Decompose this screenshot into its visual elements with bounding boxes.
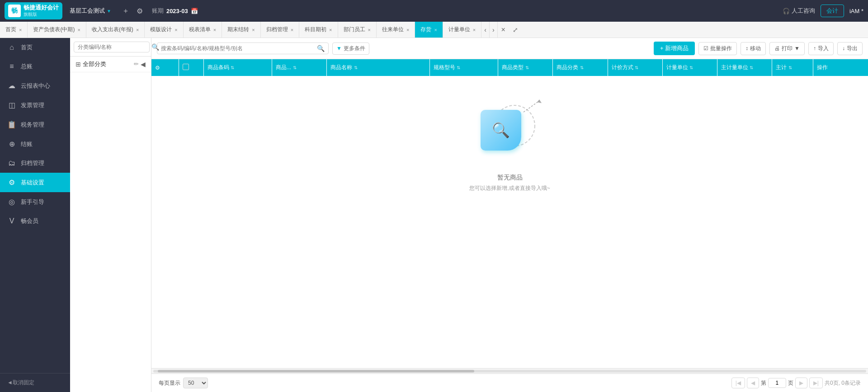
tab-income-close[interactable]: × xyxy=(136,27,139,33)
sidebar-item-ledger[interactable]: ≡ 总账 xyxy=(0,57,70,76)
per-page-select[interactable]: 10 20 50 100 xyxy=(183,378,208,388)
add-tab-btn[interactable]: ＋ xyxy=(120,5,131,18)
tab-next-btn[interactable]: › xyxy=(490,22,498,38)
add-product-btn[interactable]: + 新增商品 xyxy=(654,42,695,55)
export-btn[interactable]: ↓ 导出 xyxy=(837,42,863,55)
scroll-track[interactable] xyxy=(153,370,866,373)
scroll-bar-area[interactable] xyxy=(151,368,868,373)
sort-type-icon[interactable]: ⇅ xyxy=(525,65,529,70)
settings-btn[interactable]: ⚙ xyxy=(135,5,145,17)
tab-period-end[interactable]: 期末结转 × xyxy=(222,22,260,38)
sidebar-item-member[interactable]: V 畅会员 xyxy=(0,212,70,231)
company-selector[interactable]: 基层工会测试 ▼ xyxy=(66,5,115,17)
tab-income[interactable]: 收入支出表(年报) × xyxy=(86,22,145,38)
col-price-method-header[interactable]: 计价方式 ⇅ xyxy=(608,59,662,76)
tab-home[interactable]: 首页 × xyxy=(0,22,28,38)
last-page-btn[interactable]: ▶| xyxy=(809,378,823,388)
sidebar-pin-btn[interactable]: ◄取消固定 xyxy=(0,373,70,392)
sidebar-item-basic[interactable]: ⚙ 基础设置 xyxy=(0,173,70,192)
tab-template[interactable]: 模版设计 × xyxy=(145,22,183,38)
tab-inventory-close[interactable]: × xyxy=(434,27,437,33)
tab-home-close[interactable]: × xyxy=(19,27,22,33)
category-edit-btn[interactable]: ✏ xyxy=(134,61,139,68)
batch-btn[interactable]: ☑ 批量操作 xyxy=(698,42,737,55)
sort-extra-icon[interactable]: ⇅ xyxy=(788,65,792,70)
col-main-unit-header[interactable]: 主计量单位 ⇅ xyxy=(717,59,772,76)
sidebar-item-home[interactable]: ⌂ 首页 xyxy=(0,38,70,57)
tab-archive-close[interactable]: × xyxy=(291,27,293,33)
tab-partner-close[interactable]: × xyxy=(406,27,409,33)
tab-tax-close[interactable]: × xyxy=(213,27,216,33)
tab-inventory[interactable]: 存货 × xyxy=(415,22,443,38)
tab-unit[interactable]: 计量单位 × xyxy=(443,22,481,38)
page-input[interactable] xyxy=(768,378,786,388)
select-all-checkbox[interactable] xyxy=(183,64,189,70)
tab-period-end-close[interactable]: × xyxy=(252,27,255,33)
sidebar-item-newbie[interactable]: ◎ 新手引导 xyxy=(0,192,70,212)
tab-tax[interactable]: 税表清单 × xyxy=(184,22,222,38)
sidebar-item-archive[interactable]: 🗂 归档管理 xyxy=(0,154,70,173)
tab-subject[interactable]: 科目期初 × xyxy=(299,22,338,38)
first-page-btn[interactable]: |◀ xyxy=(731,378,745,388)
sort-price-method-icon[interactable]: ⇅ xyxy=(635,65,638,70)
col-extra-header[interactable]: 主计 ⇅ xyxy=(772,59,813,76)
col-type-label: 商品类型 xyxy=(502,64,524,71)
col-spec-header[interactable]: 规格型号 ⇅ xyxy=(429,59,498,76)
sidebar-item-reports[interactable]: ☁ 云报表中心 xyxy=(0,76,70,95)
sort-category-icon[interactable]: ⇅ xyxy=(580,65,584,70)
sidebar-item-invoice[interactable]: ◫ 发票管理 xyxy=(0,95,70,115)
tab-template-close[interactable]: × xyxy=(175,27,177,33)
archive-icon: 🗂 xyxy=(7,159,16,167)
col-name-header[interactable]: 商品名称 ⇅ xyxy=(327,59,429,76)
period-value[interactable]: 2023-03 xyxy=(166,8,188,14)
sidebar-item-tax[interactable]: 📋 税务管理 xyxy=(0,115,70,134)
tab-subject-close[interactable]: × xyxy=(329,27,332,33)
tab-prev-btn[interactable]: ‹ xyxy=(481,22,490,38)
sort-spec-icon[interactable]: ⇅ xyxy=(457,65,460,70)
table-search-input[interactable] xyxy=(161,45,315,52)
calendar-icon[interactable]: 📅 xyxy=(191,8,198,14)
account-btn[interactable]: 会计 xyxy=(821,5,844,17)
move-btn[interactable]: ↕ 移动 xyxy=(741,42,766,55)
tab-archive[interactable]: 归档管理 × xyxy=(261,22,299,38)
scroll-thumb[interactable] xyxy=(158,370,474,373)
prev-page-btn[interactable]: ◀ xyxy=(747,378,759,388)
col-price-method-label: 计价方式 xyxy=(612,64,633,71)
category-search-input[interactable] xyxy=(74,42,150,52)
col-code-header[interactable]: 商品... ⇅ xyxy=(272,59,327,76)
tab-archive-label: 归档管理 xyxy=(266,26,288,33)
tab-unit-close[interactable]: × xyxy=(473,27,476,33)
col-category-header[interactable]: 商品分类 ⇅ xyxy=(553,59,608,76)
tab-inventory-label: 存货 xyxy=(420,26,431,33)
headphone-icon: 🎧 xyxy=(783,8,790,14)
col-check[interactable] xyxy=(179,59,204,76)
print-btn[interactable]: 🖨 打印 ▼ xyxy=(769,42,805,55)
sidebar-item-settlement[interactable]: ⊕ 结账 xyxy=(0,134,70,154)
import-btn[interactable]: ↑ 导入 xyxy=(808,42,834,55)
sort-name-icon[interactable]: ⇅ xyxy=(354,65,358,70)
sort-code-icon[interactable]: ⇅ xyxy=(293,65,297,70)
category-collapse-btn[interactable]: ◀ xyxy=(141,61,146,68)
sort-barcode-icon[interactable]: ⇅ xyxy=(231,65,234,70)
support-btn[interactable]: 🎧 人工咨询 xyxy=(783,7,815,15)
tab-dept-close[interactable]: × xyxy=(368,27,371,33)
tab-balance-close[interactable]: × xyxy=(77,27,80,33)
filter-more-btn[interactable]: ▼ 更多条件 xyxy=(332,43,369,55)
tab-balance[interactable]: 资产负债表(中期) × xyxy=(28,22,86,38)
tab-close-all-btn[interactable]: × xyxy=(498,22,509,38)
col-unit-header[interactable]: 计量单位 ⇅ xyxy=(662,59,717,76)
col-type-header[interactable]: 商品类型 ⇅ xyxy=(498,59,553,76)
product-table: ⚙ 商品条码 ⇅ 商品... xyxy=(151,59,868,76)
tab-partner[interactable]: 往来单位 × xyxy=(377,22,415,38)
tab-expand-btn[interactable]: ⤢ xyxy=(509,22,522,38)
home-icon: ⌂ xyxy=(7,43,16,52)
col-barcode-header[interactable]: 商品条码 ⇅ xyxy=(203,59,272,76)
table-search-icon[interactable]: 🔍 xyxy=(317,45,325,52)
col-settings[interactable]: ⚙ xyxy=(151,59,179,76)
next-page-btn[interactable]: ▶ xyxy=(795,378,807,388)
col-unit-label: 计量单位 xyxy=(666,64,688,71)
tab-dept[interactable]: 部门员工 × xyxy=(338,22,377,38)
sort-unit-icon[interactable]: ⇅ xyxy=(689,65,693,70)
sort-main-unit-icon[interactable]: ⇅ xyxy=(750,65,753,70)
logo-area[interactable]: 畅 畅捷通好会计 旗舰版 xyxy=(5,2,62,19)
